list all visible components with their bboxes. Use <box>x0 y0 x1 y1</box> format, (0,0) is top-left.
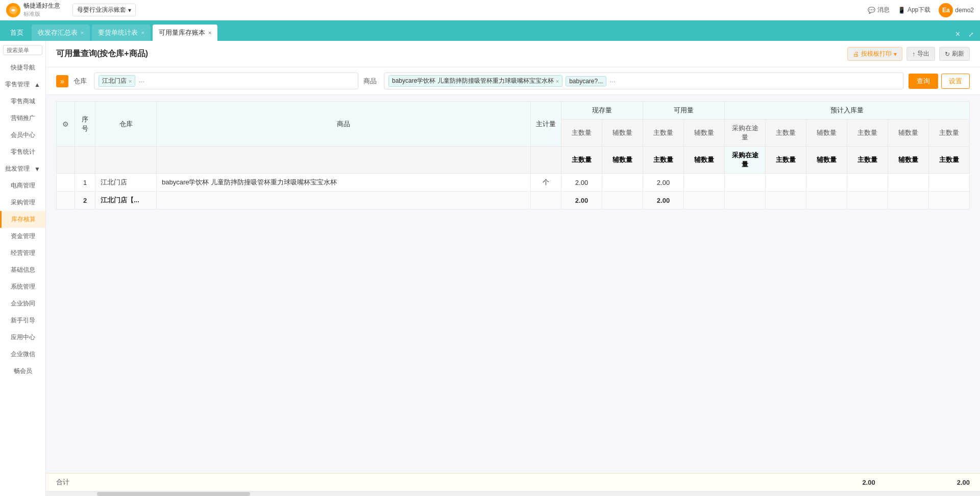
tab-order-stat-close[interactable]: × <box>141 30 144 36</box>
row1-available-main: 2.00 <box>643 174 684 192</box>
row1-stock-main: 2.00 <box>561 174 602 192</box>
sidebar-item-retail-stat[interactable]: 零售统计 <box>0 144 45 160</box>
row2-incoming-main <box>806 192 847 209</box>
row1-no: 1 <box>75 174 95 192</box>
warehouse-tag-text: 江北门店 <box>102 77 127 85</box>
goods-ellipsis[interactable]: ··· <box>609 77 616 85</box>
subheader-warehouse <box>95 147 157 174</box>
warehouse-tag-close[interactable]: × <box>129 78 132 84</box>
sidebar-item-ecommerce[interactable]: 电商管理 <box>0 177 45 194</box>
scrollbar-thumb[interactable] <box>97 492 250 496</box>
row1-purchase-aux <box>766 174 806 192</box>
wholesale-arrow: ▼ <box>34 166 40 173</box>
app-download-button[interactable]: 📱 App下载 <box>898 6 930 14</box>
sidebar-item-app-center[interactable]: 应用中心 <box>0 329 45 346</box>
row1-stock-aux <box>602 174 643 192</box>
refresh-label: 刷新 <box>952 50 964 58</box>
logo-area: 畅捷通好生意 标准版 <box>6 2 60 18</box>
row1-incoming-main <box>806 174 847 192</box>
row2-warehouse: 江北门店【... <box>95 192 157 209</box>
col-purchase-aux-header: 辅数量 <box>806 120 847 147</box>
goods-filter-tags[interactable]: babycare学饮杯 儿童防摔防撞吸管杯重力球吸嘴杯宝宝水杯 × babyca… <box>384 73 903 89</box>
tab-available-stock[interactable]: 可用量库存账本 × <box>153 25 217 41</box>
user-profile[interactable]: Ea demo2 <box>939 3 974 17</box>
col-purchase-main-header: 主数量 <box>766 120 806 147</box>
message-button[interactable]: 💬 消息 <box>868 6 890 14</box>
page-title: 可用量查询(按仓库+商品) <box>56 49 148 65</box>
tab-receive-pay-close[interactable]: × <box>81 30 84 36</box>
data-table: ⚙ 序号 仓库 商品 主计量 现存量 可用量 预计入库量 主数量 辅数量 主数量 <box>56 101 970 209</box>
sidebar-item-retail-mgmt[interactable]: 零售管理 ▲ <box>0 76 45 93</box>
sidebar-item-operation[interactable]: 经营管理 <box>0 245 45 262</box>
sidebar-item-base-info[interactable]: 基础信息 <box>0 262 45 278</box>
row2-production-main <box>888 192 929 209</box>
col-incoming-main-header: 主数量 <box>847 120 888 147</box>
subheader-stock-main: 主数量 <box>561 147 602 174</box>
maximize-button[interactable]: ⤢ <box>966 29 976 40</box>
tab-available-stock-close[interactable]: × <box>208 30 211 36</box>
sidebar-item-wholesale-mgmt[interactable]: 批发管理 ▼ <box>0 160 45 177</box>
sidebar-item-quick-nav[interactable]: 快捷导航 <box>0 59 45 76</box>
warehouse-filter-tags[interactable]: 江北门店 × ··· <box>94 73 358 89</box>
close-all-tabs-button[interactable]: × <box>953 28 962 41</box>
sidebar-item-new-guide[interactable]: 新手引导 <box>0 312 45 329</box>
table-row: 1 江北门店 babycare学饮杯 儿童防摔防撞吸管杯重力球吸嘴杯宝宝水杯 个… <box>57 174 970 192</box>
row1-production-main <box>888 174 929 192</box>
warehouse-ellipsis[interactable]: ··· <box>138 77 144 85</box>
row2-available-aux <box>684 192 725 209</box>
col-available-group-header: 可用量 <box>643 102 725 120</box>
goods-tag-2-text: babycare?... <box>569 78 603 85</box>
row2-incoming-aux <box>847 192 888 209</box>
sidebar-item-purchase[interactable]: 采购管理 <box>0 194 45 211</box>
sidebar-item-enterprise[interactable]: 企业协同 <box>0 295 45 312</box>
col-purchase-group-header: 采购在途量 <box>725 120 766 147</box>
filter-toggle-button[interactable]: » <box>56 75 68 87</box>
industry-selector[interactable]: 母婴行业演示账套 ▾ <box>72 4 136 16</box>
col-stock-main-header: 主数量 <box>561 120 602 147</box>
template-print-button[interactable]: 🖨 按模板打印 ▾ <box>847 47 902 61</box>
tab-home-label: 首页 <box>10 28 23 37</box>
tab-receive-pay-label: 收发存汇总表 <box>38 28 78 37</box>
logo-sub: 标准版 <box>23 10 60 18</box>
subheader-goods <box>157 147 531 174</box>
query-button[interactable]: 查询 <box>909 74 938 89</box>
tab-home[interactable]: 首页 <box>4 25 30 41</box>
filter-actions: 查询 设置 <box>909 74 970 89</box>
filter-area: » 仓库 江北门店 × ··· 商品 babycare学饮杯 儿童防摔防撞吸管杯… <box>46 67 980 95</box>
setting-button[interactable]: 设置 <box>941 74 970 89</box>
tab-receive-pay[interactable]: 收发存汇总表 × <box>32 25 90 41</box>
search-input[interactable] <box>3 45 42 55</box>
warehouse-filter-label: 仓库 <box>74 77 87 86</box>
row1-goods: babycare学饮杯 儿童防摔防撞吸管杯重力球吸嘴杯宝宝水杯 <box>157 174 531 192</box>
sidebar-item-member2[interactable]: 畅会员 <box>0 363 45 380</box>
tab-order-stat-label: 要货单统计表 <box>98 28 138 37</box>
sidebar-item-enterprise-wechat[interactable]: 企业微信 <box>0 346 45 363</box>
row2-goods <box>157 192 531 209</box>
goods-tag-1-close[interactable]: × <box>556 78 559 84</box>
tab-order-stat[interactable]: 要货单统计表 × <box>92 25 150 41</box>
horizontal-scrollbar[interactable] <box>46 491 980 496</box>
content-area: 可用量查询(按仓库+商品) 🖨 按模板打印 ▾ ↑ 导出 ↻ 刷新 » <box>46 41 980 496</box>
sidebar-item-member[interactable]: 会员中心 <box>0 127 45 144</box>
sidebar-item-inventory[interactable]: 库存核算 <box>0 211 45 228</box>
row2-unit <box>531 192 561 209</box>
page-actions: 🖨 按模板打印 ▾ ↑ 导出 ↻ 刷新 <box>847 47 970 67</box>
top-bar-left: 畅捷通好生意 标准版 母婴行业演示账套 ▾ <box>6 2 136 18</box>
sidebar-item-marketing[interactable]: 营销推广 <box>0 110 45 127</box>
sidebar-item-retail-mall[interactable]: 零售商城 <box>0 93 45 110</box>
row2-production-aux <box>929 192 970 209</box>
refresh-button[interactable]: ↻ 刷新 <box>939 47 970 61</box>
tab-available-stock-label: 可用量库存账本 <box>159 28 205 37</box>
export-button[interactable]: ↑ 导出 <box>906 47 935 61</box>
sidebar-item-sys-mgmt[interactable]: 系统管理 <box>0 278 45 295</box>
export-label: 导出 <box>917 50 929 58</box>
subheader-available-aux: 辅数量 <box>684 147 725 174</box>
col-settings-header[interactable]: ⚙ <box>57 102 75 147</box>
gear-icon: ⚙ <box>62 120 69 128</box>
row2-stock-aux <box>602 192 643 209</box>
sidebar-item-finance[interactable]: 资金管理 <box>0 228 45 245</box>
warehouse-tag: 江北门店 × <box>99 75 135 87</box>
col-stock-aux-header: 辅数量 <box>602 120 643 147</box>
user-name: demo2 <box>955 7 974 14</box>
subheader-incoming-main: 主数量 <box>847 147 888 174</box>
